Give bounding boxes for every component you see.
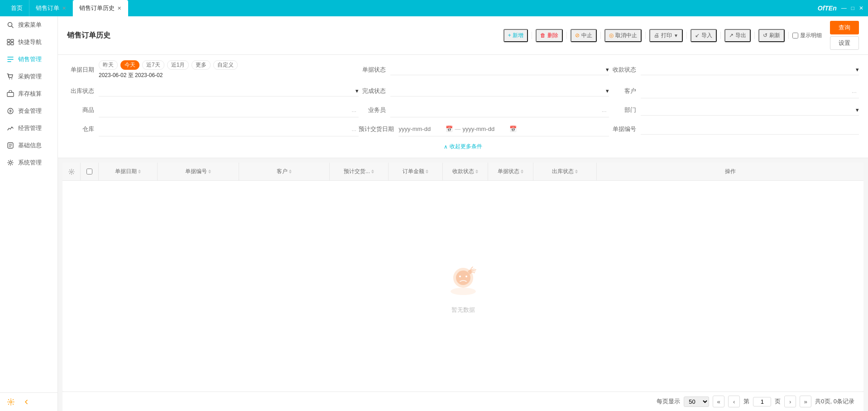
display-detail-label[interactable]: 显示明细 <box>800 32 822 39</box>
per-page-select[interactable]: 50 10 20 100 <box>684 396 709 407</box>
next-page-btn[interactable]: › <box>784 396 796 407</box>
sidebar-item-inventory[interactable]: 库存核算 <box>0 85 58 102</box>
docno-input[interactable] <box>641 124 859 135</box>
th-doc-status[interactable]: 单据状态 <box>488 163 533 180</box>
stock-status-select[interactable]: ▾ <box>99 86 359 97</box>
date-tag-today[interactable]: 今天 <box>120 60 139 70</box>
calendar-end-icon[interactable]: 📅 <box>509 126 517 132</box>
delivery-start-input[interactable] <box>398 124 444 134</box>
collapse-row[interactable]: ∧ 收起更多条件 <box>67 141 859 152</box>
sidebar-item-quicknav[interactable]: 快捷导航 <box>0 34 58 51</box>
svg-rect-4 <box>7 43 10 45</box>
doc-status-select[interactable]: ▾ <box>390 64 609 75</box>
query-btn[interactable]: 查询 <box>830 21 859 34</box>
brand-label: OfTEn <box>818 5 837 12</box>
dept-select[interactable]: ▾ <box>641 105 859 116</box>
goods-input[interactable] <box>99 105 350 115</box>
salesman-input-wrap[interactable]: ... <box>390 103 609 117</box>
salesman-input[interactable] <box>390 105 599 115</box>
sidebar-item-finance[interactable]: 资金管理 <box>0 102 58 120</box>
svg-point-13 <box>71 171 72 173</box>
import-btn[interactable]: ↙ 导入 <box>691 29 717 42</box>
th-date[interactable]: 单据日期 <box>99 163 158 180</box>
settings-btn[interactable]: 设置 <box>830 36 859 50</box>
prev-page-btn[interactable]: ‹ <box>728 396 740 407</box>
page-input[interactable] <box>753 397 771 406</box>
date-range-display: 2023-06-02 至 2023-06-02 <box>99 72 359 79</box>
th-amount[interactable]: 订单金额 <box>388 163 443 180</box>
collection-select[interactable]: ▾ <box>641 64 859 75</box>
sidebar-item-search[interactable]: 搜索菜单 <box>0 16 58 34</box>
filter-row-4: 仓库 ... 预计交货日期 📅 — <box>67 122 859 136</box>
date-tag-custom[interactable]: 自定义 <box>213 60 238 70</box>
divider6 <box>720 32 721 39</box>
sidebar-item-basic[interactable]: 基础信息 <box>0 137 58 154</box>
cancel-stop-btn-label: 取消中止 <box>615 32 637 39</box>
new-btn[interactable]: + 新增 <box>504 29 528 42</box>
th-customer[interactable]: 客户 <box>239 163 330 180</box>
sidebar-item-system[interactable]: 系统管理 <box>0 154 58 171</box>
salesman-dots[interactable]: ... <box>600 106 609 113</box>
system-icon <box>6 159 14 167</box>
sidebar-item-purchase[interactable]: 采购管理 <box>0 68 58 85</box>
export-btn[interactable]: ↗ 导出 <box>724 29 751 42</box>
display-detail-checkbox[interactable] <box>792 33 798 39</box>
th-checkbox[interactable] <box>81 163 99 180</box>
complete-label: 完成状态 <box>359 87 390 95</box>
print-icon: 🖨 <box>654 32 659 39</box>
last-page-btn[interactable]: » <box>800 396 811 407</box>
sort-stock-status-icon <box>575 169 578 174</box>
filter-salesman: 业务员 ... <box>359 103 609 117</box>
date-tag-more[interactable]: 更多 <box>192 60 211 70</box>
th-pay-status[interactable]: 收款状态 <box>443 163 488 180</box>
delete-btn[interactable]: 🗑 删除 <box>536 29 563 42</box>
warehouse-input-wrap[interactable]: ... <box>99 122 359 136</box>
customer-input-wrap[interactable]: ... <box>641 84 859 98</box>
settings-bottom-icon[interactable] <box>6 397 15 406</box>
minimize-btn[interactable]: — <box>841 5 847 11</box>
date-tag-7days[interactable]: 近7天 <box>142 60 164 70</box>
divider4 <box>645 32 646 39</box>
svg-point-7 <box>11 78 12 79</box>
stop-btn[interactable]: ⊘ 中止 <box>571 29 597 42</box>
complete-select[interactable]: ▾ <box>390 86 609 97</box>
tab-home[interactable]: 首页 <box>5 0 29 16</box>
tab-sales-order[interactable]: 销售订单 ✕ <box>29 0 73 16</box>
maximize-btn[interactable]: □ <box>851 5 854 11</box>
display-detail-wrap: 显示明细 <box>792 32 822 39</box>
print-btn[interactable]: 🖨 打印 ▼ <box>649 29 683 42</box>
sidebar-item-sales[interactable]: 销售管理 <box>0 51 58 68</box>
cancel-stop-btn[interactable]: ◎ 取消中止 <box>604 29 642 42</box>
sidebar-label-purchase: 采购管理 <box>18 73 42 81</box>
first-page-btn[interactable]: « <box>713 396 724 407</box>
page-header: 销售订单历史 + 新增 🗑 删除 ⊘ 中止 ◎ 取消中止 <box>58 16 868 55</box>
warehouse-input[interactable] <box>99 124 350 134</box>
customer-label: 客户 <box>609 87 641 95</box>
customer-dots[interactable]: ... <box>850 87 858 94</box>
close-tab-history[interactable]: ✕ <box>117 5 121 11</box>
sort-amount-icon <box>426 169 428 174</box>
th-docno[interactable]: 单据编号 <box>158 163 239 180</box>
calendar-start-icon[interactable]: 📅 <box>446 126 453 132</box>
refresh-btn[interactable]: ↺ 刷新 <box>758 29 785 42</box>
sidebar-item-operations[interactable]: 经营管理 <box>0 120 58 137</box>
divider1 <box>532 32 532 39</box>
close-btn[interactable]: ✕ <box>859 5 863 11</box>
th-settings[interactable] <box>62 163 81 180</box>
goods-dots[interactable]: ... <box>350 106 358 113</box>
th-doc-status-label: 单据状态 <box>498 168 519 175</box>
export-icon: ↗ <box>729 32 734 39</box>
page-label: 第 <box>743 397 749 406</box>
warehouse-dots[interactable]: ... <box>350 126 358 132</box>
customer-input[interactable] <box>641 86 850 96</box>
close-tab-sales[interactable]: ✕ <box>62 5 66 11</box>
select-all-checkbox[interactable] <box>86 169 92 174</box>
delivery-end-input[interactable] <box>462 124 508 134</box>
goods-input-wrap[interactable]: ... <box>99 103 359 117</box>
tab-sales-order-history[interactable]: 销售订单历史 ✕ <box>73 0 128 16</box>
th-stock-status[interactable]: 出库状态 <box>533 163 597 180</box>
th-delivery[interactable]: 预计交货... <box>330 163 388 180</box>
collapse-sidebar-icon[interactable] <box>22 397 31 406</box>
date-tag-yesterday[interactable]: 昨天 <box>99 60 118 70</box>
date-tag-1month[interactable]: 近1月 <box>167 60 189 70</box>
